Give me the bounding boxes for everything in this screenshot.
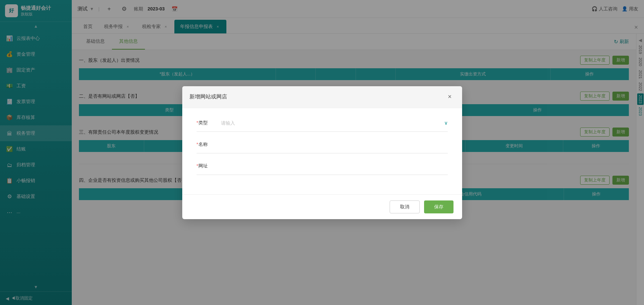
modal-footer: 取消 保存 bbox=[182, 194, 462, 219]
url-input[interactable] bbox=[218, 162, 448, 170]
form-label-type: *类型 bbox=[197, 120, 218, 126]
form-label-url: *网址 bbox=[197, 163, 218, 169]
cancel-button[interactable]: 取消 bbox=[390, 200, 420, 213]
required-star-type: * bbox=[197, 120, 198, 125]
modal-body: *类型 ∨ *名称 *网址 bbox=[182, 108, 462, 194]
required-star-url: * bbox=[197, 163, 198, 168]
modal-close-button[interactable]: × bbox=[445, 92, 455, 102]
save-button[interactable]: 保存 bbox=[424, 200, 453, 213]
modal-add-website: 新增网站或网店 × *类型 ∨ *名称 *网址 bbox=[182, 86, 462, 219]
name-input[interactable] bbox=[218, 140, 448, 149]
form-row-name: *名称 bbox=[197, 140, 448, 153]
required-star-name: * bbox=[197, 142, 198, 147]
dropdown-icon-type[interactable]: ∨ bbox=[444, 120, 448, 126]
form-label-name: *名称 bbox=[197, 141, 218, 148]
form-row-type: *类型 ∨ bbox=[197, 119, 448, 132]
form-row-url: *网址 bbox=[197, 162, 448, 175]
type-input[interactable] bbox=[218, 119, 444, 127]
modal-overlay[interactable]: 新增网站或网店 × *类型 ∨ *名称 *网址 bbox=[0, 0, 644, 305]
modal-header: 新增网站或网店 × bbox=[182, 86, 462, 108]
modal-title: 新增网站或网店 bbox=[189, 93, 227, 100]
